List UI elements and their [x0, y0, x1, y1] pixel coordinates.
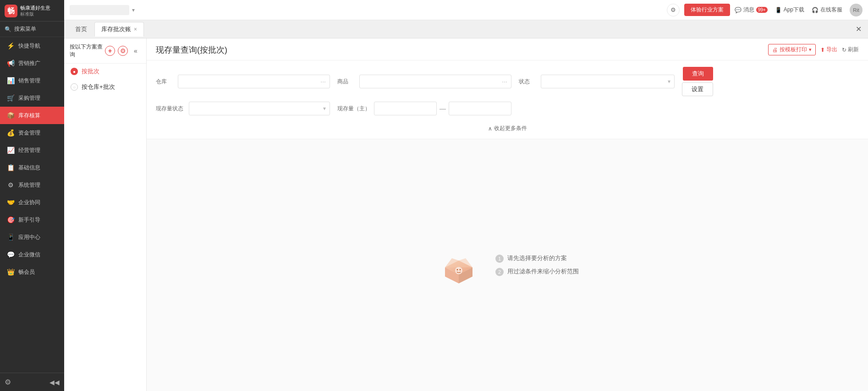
status-select[interactable]: ▾ [541, 75, 675, 88]
empty-tips: 1 请先选择要分析的方案 2 用过滤条件来缩小分析范围 [495, 254, 579, 276]
online-service-label: 在线客服 [820, 6, 842, 14]
online-service-action[interactable]: 🎧 在线客服 [812, 6, 842, 14]
tab-inventory-batch[interactable]: 库存批次账 × [94, 22, 144, 37]
sidebar-item-label: 快捷导航 [18, 42, 40, 50]
sidebar-nav: ⚡ 快捷导航 📢 营销推广 📊 销售管理 🛒 采购管理 📦 库存核算 💰 资金管… [0, 37, 64, 373]
tip-num-1: 1 [495, 255, 504, 263]
quick-nav-icon: ⚡ [6, 42, 15, 50]
tab-close-btn[interactable]: × [134, 27, 137, 32]
filter-area: 仓库 ··· 商品 ··· 状态 [147, 60, 868, 139]
add-scheme-btn[interactable]: + [105, 46, 115, 56]
sidebar-item-quick-nav[interactable]: ⚡ 快捷导航 [0, 37, 64, 54]
warehouse-filter: 仓库 ··· [156, 75, 330, 88]
print-dropdown-icon[interactable]: ▾ [809, 47, 812, 53]
sidebar-item-system[interactable]: ⚙ 系统管理 [0, 176, 64, 194]
scheme-item-by-warehouse-batch[interactable]: ○ 按仓库+批次 [64, 79, 146, 95]
export-btn[interactable]: ⬆ 导出 [820, 46, 837, 54]
left-panel-header: 按以下方案查询 + ⚙ « [64, 38, 146, 64]
stock-qty-min[interactable] [374, 102, 437, 115]
sidebar-item-label: 应用中心 [18, 234, 40, 241]
sidebar-item-label: 企业微信 [18, 251, 40, 259]
app-subtitle: 标准版 [20, 11, 50, 17]
messages-label: 消息 [743, 6, 754, 14]
left-panel-actions: + ⚙ « [105, 46, 141, 56]
status-chevron-icon[interactable]: ▾ [668, 78, 670, 85]
sidebar-item-label: 企业协同 [18, 199, 40, 206]
tab-home[interactable]: 首页 [69, 22, 93, 37]
query-btn[interactable]: 查询 [683, 67, 713, 81]
print-btn[interactable]: 🖨 按模板打印 ▾ [768, 44, 816, 55]
app-title: 畅康通好生意 [20, 5, 50, 11]
content-area: 按以下方案查询 + ⚙ « ● 按批次 ○ 按仓库+批次 现存量查询(按批次) [64, 38, 868, 391]
status-label: 状态 [519, 78, 537, 86]
refresh-btn[interactable]: ↻ 刷新 [842, 46, 859, 54]
sidebar-item-purchase[interactable]: 🛒 采购管理 [0, 89, 64, 107]
sidebar-item-enterprise[interactable]: 🤝 企业协同 [0, 194, 64, 211]
app-download-icon: 📱 [775, 7, 782, 13]
trial-btn[interactable]: 体验行业方案 [684, 4, 730, 16]
search-input[interactable] [70, 5, 129, 15]
tabs-bar: 首页 库存批次账 × ✕ [64, 20, 868, 38]
tab-panel-close-btn[interactable]: ✕ [854, 23, 863, 35]
sidebar-item-sales[interactable]: 📊 销售管理 [0, 72, 64, 89]
refresh-label: 刷新 [848, 46, 859, 54]
export-label: 导出 [826, 46, 837, 54]
settings-scheme-btn[interactable]: ⚙ [118, 46, 128, 56]
empty-tip-1: 1 请先选择要分析的方案 [495, 254, 579, 263]
warehouse-select[interactable]: ··· [178, 75, 330, 88]
empty-tip-2: 2 用过滤条件来缩小分析范围 [495, 267, 579, 276]
marketing-icon: 📢 [6, 59, 15, 67]
page-header: 现存量查询(按批次) 🖨 按模板打印 ▾ ⬆ 导出 ↻ 刷新 [147, 38, 868, 60]
search-chevron-icon[interactable]: ▾ [132, 7, 135, 13]
app-download-label: App下载 [784, 6, 804, 14]
sidebar-item-wechat[interactable]: 💬 企业微信 [0, 246, 64, 263]
sidebar-item-inventory[interactable]: 📦 库存核算 [0, 107, 64, 124]
messages-action[interactable]: 💬 消息 99+ [735, 6, 768, 14]
scheme-dot-red: ● [71, 68, 78, 75]
topbar-right: 💬 消息 99+ 📱 App下载 🎧 在线客服 Rit [735, 4, 863, 16]
product-select[interactable]: ··· [359, 75, 511, 88]
messages-badge: 99+ [756, 7, 768, 13]
member-icon: 👑 [6, 268, 15, 276]
stock-status-chevron-icon[interactable]: ▾ [323, 105, 326, 112]
stock-qty-max[interactable] [449, 102, 511, 115]
sidebar-footer: ⚙ ◀◀ [0, 373, 64, 391]
search-menu[interactable]: 🔍 搜索菜单 [0, 22, 64, 37]
sidebar-item-basic[interactable]: 📋 基础信息 [0, 159, 64, 176]
stock-status-select[interactable]: ▾ [189, 102, 330, 115]
svg-marker-4 [459, 258, 472, 267]
sidebar-item-apps[interactable]: 📱 应用中心 [0, 228, 64, 246]
collapse-more-btn[interactable]: ∧ 收起更多条件 [156, 121, 859, 134]
settings-footer-icon[interactable]: ⚙ [5, 378, 11, 386]
sidebar-item-operation[interactable]: 📈 经营管理 [0, 141, 64, 159]
gear-icon[interactable]: ⚙ [667, 4, 680, 16]
product-more-icon[interactable]: ··· [502, 78, 507, 85]
tip-num-2: 2 [495, 268, 504, 276]
right-content: 现存量查询(按批次) 🖨 按模板打印 ▾ ⬆ 导出 ↻ 刷新 [147, 38, 868, 391]
left-panel-title: 按以下方案查询 [70, 43, 105, 59]
sidebar-item-marketing[interactable]: 📢 营销推广 [0, 54, 64, 72]
main-area: ▾ ⚙ 体验行业方案 💬 消息 99+ 📱 App下载 🎧 在线客服 Rit [64, 0, 868, 391]
filter-row-2: 现存量状态 ▾ 现存量（主） — [156, 102, 859, 115]
app-download-action[interactable]: 📱 App下载 [775, 6, 804, 14]
sidebar-item-finance[interactable]: 💰 资金管理 [0, 124, 64, 141]
collapse-sidebar-btn[interactable]: ◀◀ [49, 379, 60, 386]
user-avatar[interactable]: Rit [850, 4, 863, 16]
settings-btn[interactable]: 设置 [682, 82, 713, 96]
export-icon: ⬆ [820, 47, 825, 53]
collapse-panel-btn[interactable]: « [131, 46, 141, 56]
sidebar-item-member[interactable]: 👑 畅会员 [0, 263, 64, 281]
left-panel: 按以下方案查询 + ⚙ « ● 按批次 ○ 按仓库+批次 [64, 38, 147, 391]
apps-icon: 📱 [6, 233, 15, 241]
tip-text-1: 请先选择要分析的方案 [507, 254, 567, 262]
sidebar-item-guide[interactable]: 🎯 新手引导 [0, 211, 64, 228]
chevron-up-icon: ∧ [488, 125, 492, 132]
wechat-icon: 💬 [6, 250, 15, 259]
warehouse-more-icon[interactable]: ··· [320, 78, 326, 85]
sidebar: 畅 畅康通好生意 标准版 🔍 搜索菜单 ⚡ 快捷导航 📢 营销推广 📊 销售管理… [0, 0, 64, 391]
purchase-icon: 🛒 [6, 94, 15, 102]
tab-active-label: 库存批次账 [101, 25, 131, 33]
scheme-item-by-batch[interactable]: ● 按批次 [64, 64, 146, 79]
basic-icon: 📋 [6, 163, 15, 172]
stock-qty-label: 现存量（主） [337, 105, 370, 113]
